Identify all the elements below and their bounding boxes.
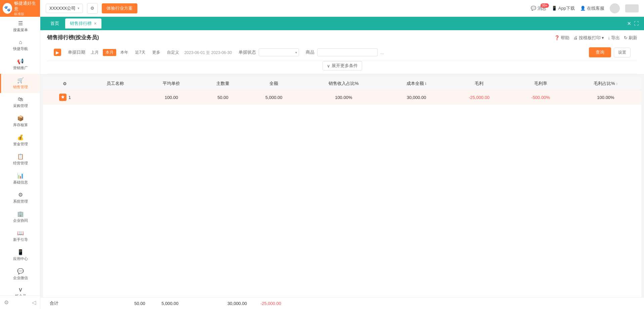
sidebar-item-finance[interactable]: 💰 资金管理: [0, 131, 40, 150]
export-icon: ↓: [608, 35, 610, 40]
table-header-row: ⚙ 员工名称 平均单价 主数量 全额 销售收入占比% 成本全额 ℹ 毛利 毛利率: [43, 77, 641, 90]
sidebar-item-new-guide[interactable]: 📖 新手引导: [0, 226, 40, 246]
message-button[interactable]: 💬 消息 99+: [531, 5, 546, 11]
sidebar-settings-icon[interactable]: ⚙: [4, 299, 9, 306]
cell-cost-amount: 30,000.00: [386, 90, 447, 105]
tab-bar: 首页 销售排行榜 ✕ ✕ ⛶: [40, 17, 644, 30]
header-settings-button[interactable]: ⚙: [87, 3, 98, 14]
top-header: XXXXXX公司 ▾ ⚙ 体验行业方案 💬 消息 99+ 📱 App下载 👤 在…: [40, 0, 644, 17]
sidebar-label-enterprise-collab: 企业协同: [13, 218, 28, 223]
page-title-row: 销售排行榜(按业务员) ❓ 帮助 🖨 按模板打印 ▾ ↓ 导出: [47, 34, 637, 41]
col-gross-profit: 毛利: [447, 77, 511, 90]
sidebar-bottom: ⚙ ◁: [0, 296, 40, 309]
filter-more-dots[interactable]: ...: [380, 50, 384, 55]
print-icon: 🖨: [573, 35, 578, 40]
sidebar-logo: 🐾 畅捷通好生意 标准版: [0, 0, 40, 17]
gross-pct-info-icon[interactable]: ↕: [616, 82, 618, 86]
footer-label: 合计: [46, 300, 73, 306]
print-chevron-icon: ▾: [602, 35, 604, 40]
expand-conditions-button[interactable]: ∨ 展开更多条件: [323, 61, 362, 70]
cell-sales-pct: 100.00%: [302, 90, 386, 105]
sidebar-item-marketing[interactable]: 📢 营销推广: [0, 55, 40, 74]
tab-close-all-icon[interactable]: ✕: [627, 21, 631, 26]
col-sales-pct: 销售收入占比%: [302, 77, 386, 90]
table-footer: 合计 50.00 5,000.00 30,000.00 -25,000.00: [40, 297, 644, 309]
company-selector[interactable]: XXXXXX公司 ▾: [46, 4, 83, 13]
refresh-icon: ↻: [624, 35, 628, 40]
goods-filter-group: 商品 ...: [306, 48, 384, 56]
status-select[interactable]: [259, 48, 299, 56]
sidebar-collapse-icon[interactable]: ◁: [32, 299, 36, 306]
date-tab-last-month[interactable]: 上月: [88, 49, 101, 56]
filter-toggle-button[interactable]: ▶: [54, 49, 61, 56]
status-filter-label: 单据状态: [239, 49, 256, 55]
enterprise-icon: 🏢: [17, 211, 24, 217]
sidebar-label-quick-nav: 快捷导航: [13, 46, 28, 51]
page-title: 销售排行榜(按业务员): [47, 34, 99, 41]
sidebar-label-app-center: 应用中心: [13, 256, 28, 261]
cost-amount-info-icon[interactable]: ℹ: [425, 82, 426, 86]
message-badge: 99+: [541, 3, 549, 8]
user-name-display: [625, 4, 639, 12]
rank-icon: [59, 94, 67, 101]
sidebar-item-app-center[interactable]: 📱 应用中心: [0, 246, 40, 265]
col-gross-pct: 毛利占比% ↕: [570, 77, 641, 90]
print-button[interactable]: 🖨 按模板打印 ▾: [573, 35, 604, 41]
table-wrapper: ⚙ 员工名称 平均单价 主数量 全额 销售收入占比% 成本全额 ℹ 毛利 毛利率: [43, 77, 641, 297]
tab-close-icon[interactable]: ✕: [94, 21, 97, 26]
operations-icon: 📋: [17, 153, 24, 160]
sidebar-label-basic-info: 基础信息: [13, 180, 28, 185]
date-tabs: 上月 本月 本年 近7天 更多 自定义: [88, 49, 182, 56]
logo-text: 畅捷通好生意 标准版: [14, 1, 37, 16]
company-name: XXXXXX公司: [49, 5, 76, 11]
sidebar-item-sales[interactable]: 🛒 销售管理: [0, 74, 40, 93]
refresh-button[interactable]: ↻ 刷新: [624, 35, 637, 41]
filter-actions: 查询 设置: [589, 47, 631, 57]
query-button[interactable]: 查询: [589, 47, 611, 57]
filter-settings-button[interactable]: 设置: [614, 48, 631, 57]
sidebar-item-basic-info[interactable]: 📊 基础信息: [0, 169, 40, 188]
trial-button[interactable]: 体验行业方案: [102, 3, 137, 13]
sidebar-item-enterprise-collab[interactable]: 🏢 企业协同: [0, 207, 40, 226]
date-tab-7days[interactable]: 近7天: [132, 49, 148, 56]
main-area: XXXXXX公司 ▾ ⚙ 体验行业方案 💬 消息 99+ 📱 App下载 👤 在…: [40, 0, 644, 309]
sidebar-item-quick-nav[interactable]: ⌂ 快捷导航: [0, 36, 40, 55]
cell-gross-rate: -500.00%: [511, 90, 570, 105]
cell-rank: 1: [43, 90, 87, 105]
sidebar-item-enterprise-wechat[interactable]: 💬 企业微信: [0, 265, 40, 284]
tab-home[interactable]: 首页: [46, 18, 64, 29]
date-tab-current-month[interactable]: 本月: [103, 49, 116, 56]
cell-avg-price: 100.00: [143, 90, 200, 105]
sidebar-item-search[interactable]: ☰ 搜索菜单: [0, 17, 40, 36]
gear-icon: ⚙: [90, 6, 94, 11]
goods-input[interactable]: [317, 48, 378, 56]
tab-restore-icon[interactable]: ⛶: [634, 21, 639, 26]
basic-info-icon: 📊: [17, 172, 24, 179]
col-gross-rate: 毛利率: [511, 77, 570, 90]
sidebar-item-system[interactable]: ⚙ 系统管理: [0, 188, 40, 207]
online-service-label: 在线客服: [587, 5, 604, 11]
footer-gross-profit: -25,000.00: [254, 301, 288, 306]
sidebar-label-purchase: 采购管理: [13, 103, 28, 108]
content-area: 销售排行榜(按业务员) ❓ 帮助 🖨 按模板打印 ▾ ↓ 导出: [40, 30, 644, 309]
sidebar-item-vip[interactable]: V 畅会员: [0, 284, 40, 296]
help-button[interactable]: ❓ 帮助: [554, 35, 569, 41]
footer-main-qty: 50.00: [126, 301, 153, 306]
sidebar-item-inventory[interactable]: 📦 库存核算: [0, 112, 40, 131]
page-actions: ❓ 帮助 🖨 按模板打印 ▾ ↓ 导出 ↻ 刷新: [554, 35, 638, 41]
finance-icon: 💰: [17, 134, 24, 141]
sidebar-item-operations[interactable]: 📋 经营管理: [0, 150, 40, 169]
user-avatar[interactable]: [610, 3, 620, 13]
help-icon: ❓: [554, 35, 560, 40]
sidebar-item-purchase[interactable]: 🛍 采购管理: [0, 93, 40, 112]
date-tab-custom[interactable]: 自定义: [164, 49, 182, 56]
tab-sales-rank[interactable]: 销售排行榜 ✕: [65, 18, 101, 29]
app-download-button[interactable]: 📱 App下载: [552, 5, 575, 11]
date-tab-current-year[interactable]: 本年: [118, 49, 131, 56]
export-button[interactable]: ↓ 导出: [608, 35, 620, 41]
date-tab-more[interactable]: 更多: [149, 49, 163, 56]
online-service-button[interactable]: 👤 在线客服: [580, 5, 604, 11]
col-settings[interactable]: ⚙: [43, 77, 87, 90]
filter-expand-row: ∨ 展开更多条件: [47, 61, 637, 74]
service-icon: 👤: [580, 6, 586, 11]
